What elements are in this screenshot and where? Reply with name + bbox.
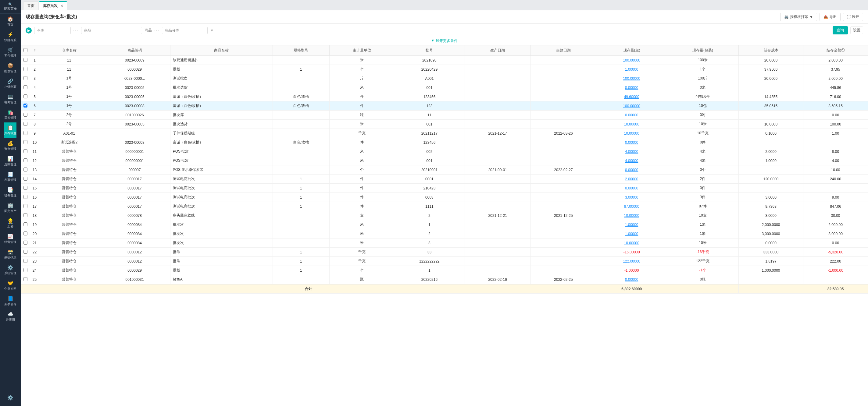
row-qty-main[interactable]: 10.00000 bbox=[596, 129, 667, 138]
row-select-checkbox[interactable] bbox=[24, 204, 27, 208]
sidebar-search[interactable]: 🔍 搜索菜单 bbox=[0, 0, 21, 14]
row-select-checkbox[interactable] bbox=[24, 222, 27, 226]
sidebar-item-retail[interactable]: 🛒 零售管理 bbox=[4, 45, 17, 60]
sidebar-item-sys[interactable]: ⚙️ 系统管理 bbox=[4, 262, 17, 278]
row-checkbox[interactable] bbox=[21, 248, 30, 257]
row-checkbox[interactable] bbox=[21, 110, 30, 120]
sidebar-item-summary[interactable]: 📊 总账管理 bbox=[4, 154, 17, 169]
row-checkbox[interactable] bbox=[21, 65, 30, 74]
row-select-checkbox[interactable] bbox=[24, 140, 27, 144]
row-checkbox[interactable] bbox=[21, 129, 30, 138]
sidebar-item-wholesale[interactable]: 📦 批发管理 bbox=[4, 60, 17, 76]
tab-batch[interactable]: 库存批次 ✕ bbox=[39, 1, 67, 10]
row-select-checkbox[interactable] bbox=[24, 213, 27, 217]
col-checkbox[interactable] bbox=[21, 45, 30, 56]
row-select-checkbox[interactable] bbox=[24, 195, 27, 199]
row-qty-main[interactable]: 0.00000 bbox=[596, 110, 667, 120]
row-checkbox[interactable] bbox=[21, 74, 30, 83]
row-select-checkbox[interactable] bbox=[24, 186, 27, 190]
row-checkbox[interactable] bbox=[21, 202, 30, 211]
row-checkbox[interactable] bbox=[21, 184, 30, 193]
print-button[interactable]: 🖨️ 按模板打印 ▼ bbox=[780, 13, 817, 21]
row-checkbox[interactable] bbox=[21, 156, 30, 165]
filter-arrow-button[interactable]: ▶ bbox=[26, 27, 32, 34]
row-qty-main[interactable]: -1.00000 bbox=[596, 266, 667, 275]
row-checkbox[interactable] bbox=[21, 266, 30, 275]
row-checkbox[interactable] bbox=[21, 238, 30, 248]
row-select-checkbox[interactable] bbox=[24, 268, 27, 272]
row-qty-main[interactable]: 1.00000 bbox=[596, 65, 667, 74]
sidebar-item-hr[interactable]: 👷 工资 bbox=[4, 216, 17, 231]
row-select-checkbox[interactable] bbox=[24, 94, 27, 98]
row-select-checkbox[interactable] bbox=[24, 241, 27, 244]
row-qty-main[interactable]: 0.00000 bbox=[596, 165, 667, 174]
row-checkbox[interactable] bbox=[21, 229, 30, 238]
row-select-checkbox[interactable] bbox=[24, 85, 27, 89]
row-checkbox[interactable] bbox=[21, 275, 30, 284]
row-qty-main[interactable]: 4.00000 bbox=[596, 147, 667, 156]
row-checkbox[interactable] bbox=[21, 165, 30, 174]
tab-batch-close[interactable]: ✕ bbox=[60, 4, 63, 8]
row-select-checkbox[interactable] bbox=[24, 277, 27, 281]
sidebar-item-new-guide[interactable]: 📘 新手引导 bbox=[4, 293, 17, 309]
row-qty-main[interactable]: 1.00000 bbox=[596, 220, 667, 229]
row-select-checkbox[interactable] bbox=[24, 122, 27, 126]
row-checkbox[interactable] bbox=[21, 92, 30, 101]
row-qty-main[interactable]: 10.00000 bbox=[596, 211, 667, 220]
sidebar-item-cloud[interactable]: ☁️ 云应用 bbox=[4, 309, 17, 325]
sidebar-item-inventory[interactable]: 📋 库存核查 bbox=[4, 123, 17, 138]
row-checkbox[interactable] bbox=[21, 83, 30, 92]
row-checkbox[interactable] bbox=[21, 193, 30, 202]
row-qty-main[interactable]: 1.00000 bbox=[596, 229, 667, 238]
sidebar-item-home[interactable]: 🏠 首页 bbox=[4, 14, 17, 29]
row-qty-main[interactable]: 87.00000 bbox=[596, 202, 667, 211]
row-select-checkbox[interactable] bbox=[24, 58, 27, 62]
row-qty-main[interactable]: 100.00000 bbox=[596, 74, 667, 83]
row-qty-main[interactable]: 100.00000 bbox=[596, 101, 667, 110]
sidebar-item-base-info[interactable]: 🗃️ 基础信息 bbox=[4, 247, 17, 262]
row-checkbox[interactable] bbox=[21, 211, 30, 220]
row-select-checkbox[interactable] bbox=[24, 104, 27, 107]
search-button[interactable]: 查询 bbox=[833, 26, 848, 34]
row-checkbox[interactable] bbox=[21, 220, 30, 229]
row-select-checkbox[interactable] bbox=[24, 113, 27, 117]
expand-button[interactable]: ⛶ 展开 bbox=[843, 13, 863, 21]
row-select-checkbox[interactable] bbox=[24, 168, 27, 171]
row-qty-main[interactable]: 3.00000 bbox=[596, 193, 667, 202]
row-qty-main[interactable]: 100.00000 bbox=[596, 56, 667, 65]
row-select-checkbox[interactable] bbox=[24, 67, 27, 71]
row-checkbox[interactable] bbox=[21, 147, 30, 156]
row-checkbox[interactable] bbox=[21, 56, 30, 65]
sidebar-item-invoice[interactable]: 🧾 发票管理 bbox=[4, 169, 17, 184]
row-qty-main[interactable]: -16.00000 bbox=[596, 248, 667, 257]
category-input[interactable] bbox=[162, 27, 208, 34]
row-checkbox[interactable] bbox=[21, 101, 30, 110]
row-qty-main[interactable]: 0.00000 bbox=[596, 184, 667, 193]
sidebar-item-collab[interactable]: 🤝 企业协同 bbox=[4, 278, 17, 293]
row-select-checkbox[interactable] bbox=[24, 232, 27, 235]
row-select-checkbox[interactable] bbox=[24, 259, 27, 263]
row-select-checkbox[interactable] bbox=[24, 250, 27, 254]
row-qty-main[interactable]: 4.00000 bbox=[596, 156, 667, 165]
sidebar-item-purchase[interactable]: 🛍️ 采购管理 bbox=[4, 107, 17, 123]
row-checkbox[interactable] bbox=[21, 174, 30, 184]
sidebar-item-tax[interactable]: 📑 税务管理 bbox=[4, 184, 17, 200]
row-qty-main[interactable]: 2.00000 bbox=[596, 174, 667, 184]
row-checkbox[interactable] bbox=[21, 120, 30, 129]
export-button[interactable]: 📤 导出 bbox=[819, 13, 841, 21]
settings-button[interactable]: 设置 bbox=[850, 27, 863, 34]
expand-more-bar[interactable]: ▼ 展开更多条件 bbox=[21, 37, 868, 45]
row-checkbox[interactable] bbox=[21, 257, 30, 266]
row-select-checkbox[interactable] bbox=[24, 158, 27, 162]
tab-home[interactable]: 首页 bbox=[23, 2, 38, 10]
row-checkbox[interactable] bbox=[21, 138, 30, 147]
sidebar-item-fixed-assets[interactable]: 🏢 固定资产 bbox=[4, 200, 17, 216]
row-qty-main[interactable]: 49.60000 bbox=[596, 92, 667, 101]
row-select-checkbox[interactable] bbox=[24, 76, 27, 80]
sidebar-item-mini-shop[interactable]: 🔗 小链电商 bbox=[4, 76, 17, 91]
select-all-checkbox[interactable] bbox=[24, 48, 27, 52]
row-select-checkbox[interactable] bbox=[24, 177, 27, 181]
row-qty-main[interactable]: 10.00000 bbox=[596, 120, 667, 129]
row-qty-main[interactable]: 0.00000 bbox=[596, 83, 667, 92]
sidebar-item-ops[interactable]: 📈 经营管理 bbox=[4, 231, 17, 247]
